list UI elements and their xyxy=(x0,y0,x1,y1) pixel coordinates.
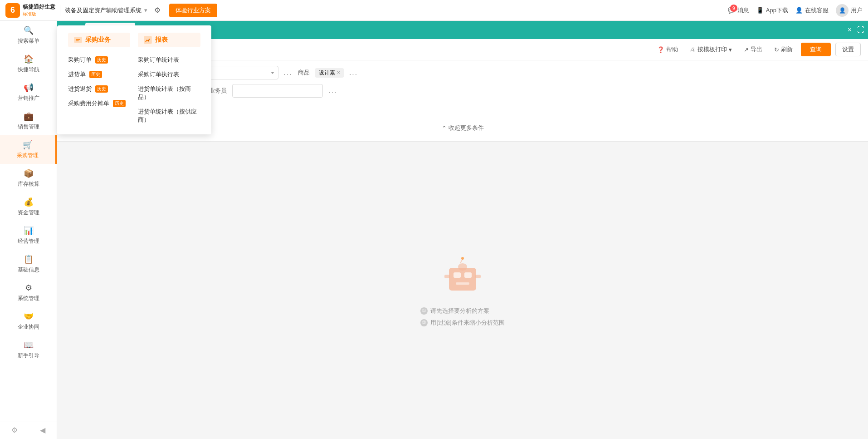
app-container: 6 畅捷通好生意 标准版 装备及固定资产辅助管理系统 ▾ ⚙ 体验行业方案 💬 … xyxy=(0,0,868,439)
purchase-business-section: 采购业务 采购订单 历史 进货单 历史 进货退货 历史 采购费用分摊单 历史 xyxy=(64,33,134,127)
home-icon: 🏠 xyxy=(24,54,34,64)
doc-status-select-wrapper xyxy=(206,66,278,79)
svg-rect-2 xyxy=(464,272,472,278)
app-download-action[interactable]: 📱 App下载 xyxy=(756,6,788,15)
svg-rect-10 xyxy=(144,36,151,44)
system-title: 装备及固定资产辅助管理系统 xyxy=(65,6,141,15)
system-title-arrow: ▾ xyxy=(144,7,147,14)
dropdown-item-inbound-stats-goods[interactable]: 进货单统计表（按商品） xyxy=(138,82,200,104)
dropdown-item-inbound-stats-supplier[interactable]: 进货单统计表（按供应商） xyxy=(138,104,200,127)
message-action[interactable]: 💬 9 消息 xyxy=(728,6,749,15)
sidebar-item-sales[interactable]: 💼 销售管理 xyxy=(0,107,57,135)
doc-status-select[interactable] xyxy=(206,66,278,79)
sales-icon: 💼 xyxy=(24,111,34,121)
sidebar-label-sales: 销售管理 xyxy=(18,123,39,131)
purchase-business-title-icon xyxy=(73,35,83,44)
sidebar-item-nav[interactable]: 🏠 快捷导航 xyxy=(0,49,57,78)
tip-num-1: ① xyxy=(420,307,428,315)
user-avatar: 👤 xyxy=(836,4,848,17)
sidebar-bottom: ⚙ ◀ xyxy=(0,421,57,439)
message-icon-wrapper: 💬 9 xyxy=(728,7,735,14)
empty-tips: ① 请先选择要分析的方案 ② 用[过滤]条件来缩小分析范围 xyxy=(420,307,504,327)
dropdown-item-inbound[interactable]: 进货单 历史 xyxy=(68,67,130,82)
svg-point-6 xyxy=(458,263,467,271)
empty-state: ① 请先选择要分析的方案 ② 用[过滤]条件来缩小分析范围 xyxy=(57,142,868,439)
collab-icon: 🤝 xyxy=(24,311,34,321)
message-label: 消息 xyxy=(737,6,749,15)
marketing-icon: 📢 xyxy=(24,83,34,93)
sidebar-label-system: 系统管理 xyxy=(18,295,39,302)
goods-dots[interactable]: ... xyxy=(349,69,358,77)
sidebar-label-purchase: 采购管理 xyxy=(17,152,39,159)
goods-tag-close[interactable]: × xyxy=(337,69,340,76)
industry-btn[interactable]: 体验行业方案 xyxy=(169,4,217,17)
salesperson-dots[interactable]: ... xyxy=(328,87,337,95)
sidebar-label-basic: 基础信息 xyxy=(18,266,39,274)
dropdown-item-purchase-order-stats[interactable]: 采购订单统计表 xyxy=(138,53,200,67)
dropdown-item-purchase-order-exec[interactable]: 采购订单执行表 xyxy=(138,67,200,82)
logo-text: 畅捷通好生意 标准版 xyxy=(23,3,55,17)
svg-rect-1 xyxy=(454,272,461,278)
svg-rect-0 xyxy=(449,268,476,291)
tab-bar-close-icon[interactable]: × xyxy=(844,26,855,34)
tab-bar-expand-icon[interactable]: ⛶ xyxy=(855,26,866,34)
top-bar-divider xyxy=(60,5,60,16)
top-bar: 6 畅捷通好生意 标准版 装备及固定资产辅助管理系统 ▾ ⚙ 体验行业方案 💬 … xyxy=(0,0,868,21)
help-btn[interactable]: ❓ 帮助 xyxy=(653,44,682,55)
online-service-label: 在线客服 xyxy=(805,6,829,15)
sidebar-collapse-icon[interactable]: ◀ xyxy=(40,426,45,434)
svg-rect-4 xyxy=(475,275,481,278)
sidebar-item-guide[interactable]: 📖 新手引导 xyxy=(0,335,57,364)
reports-title: 报表 xyxy=(138,33,200,47)
user-label: 用户 xyxy=(851,6,863,15)
settings-filter-btn[interactable]: 设置 xyxy=(835,43,861,56)
message-badge: 9 xyxy=(730,5,737,12)
export-icon: ↗ xyxy=(744,46,749,53)
sidebar-item-operations[interactable]: 📊 经营管理 xyxy=(0,221,57,250)
dropdown-item-purchase-expense[interactable]: 采购费用分摊单 历史 xyxy=(68,96,130,111)
print-arrow-icon: ▾ xyxy=(729,46,732,53)
app-download-label: App下载 xyxy=(766,6,788,15)
sidebar-item-inventory[interactable]: 📦 库存核算 xyxy=(0,164,57,192)
query-button[interactable]: 查询 xyxy=(801,43,831,56)
basic-icon: 📋 xyxy=(24,254,34,264)
purchase-order-history-badge: 历史 xyxy=(95,56,108,64)
system-icon: ⚙ xyxy=(25,283,32,293)
search-icon: 🔍 xyxy=(24,25,34,35)
goods-tag: 设计素 × xyxy=(315,68,344,78)
sidebar-item-search[interactable]: 🔍 搜索菜单 xyxy=(0,21,57,49)
empty-illustration xyxy=(435,254,490,300)
sidebar-label-search: 搜索菜单 xyxy=(18,37,39,45)
print-template-btn[interactable]: 🖨 按模板打印 ▾ xyxy=(686,44,736,55)
sidebar-label-guide: 新手引导 xyxy=(18,352,39,360)
user-action[interactable]: 👤 用户 xyxy=(836,4,863,17)
sidebar: 🔍 搜索菜单 🏠 快捷导航 📢 营销推广 💼 销售管理 🛒 采购管理 📦 xyxy=(0,21,57,439)
salesperson-label: 业务员 xyxy=(209,87,227,95)
sidebar-label-inventory: 库存核算 xyxy=(18,180,39,188)
refresh-icon: ↻ xyxy=(774,46,779,53)
sidebar-label-marketing: 营销推广 xyxy=(18,94,39,102)
logo-icon: 6 xyxy=(5,3,20,18)
purchase-business-title: 采购业务 xyxy=(68,33,130,47)
sidebar-item-basic[interactable]: 📋 基础信息 xyxy=(0,250,57,278)
salesperson-input[interactable] xyxy=(232,84,323,98)
sidebar-item-finance[interactable]: 💰 资金管理 xyxy=(0,192,57,221)
sidebar-item-system[interactable]: ⚙ 系统管理 xyxy=(0,278,57,307)
sidebar-label-collab: 企业协同 xyxy=(18,323,39,331)
sidebar-item-purchase[interactable]: 🛒 采购管理 xyxy=(0,135,57,164)
sidebar-settings-icon[interactable]: ⚙ xyxy=(11,426,18,434)
dropdown-item-purchase-order[interactable]: 采购订单 历史 xyxy=(68,53,130,67)
reports-title-icon xyxy=(143,35,152,44)
online-service-action[interactable]: 👤 在线客服 xyxy=(795,6,829,15)
export-btn[interactable]: ↗ 导出 xyxy=(740,44,766,55)
doc-status-dots[interactable]: ... xyxy=(284,69,293,77)
operations-icon: 📊 xyxy=(24,226,34,236)
sidebar-label-operations: 经营管理 xyxy=(18,237,39,245)
svg-point-8 xyxy=(461,257,464,260)
settings-button[interactable]: ⚙ xyxy=(151,4,164,17)
sidebar-item-collab[interactable]: 🤝 企业协同 xyxy=(0,307,57,335)
sidebar-item-marketing[interactable]: 📢 营销推广 xyxy=(0,78,57,107)
dropdown-item-inbound-return[interactable]: 进货退货 历史 xyxy=(68,82,130,96)
phone-icon: 📱 xyxy=(756,7,764,14)
refresh-btn[interactable]: ↻ 刷新 xyxy=(770,44,796,55)
